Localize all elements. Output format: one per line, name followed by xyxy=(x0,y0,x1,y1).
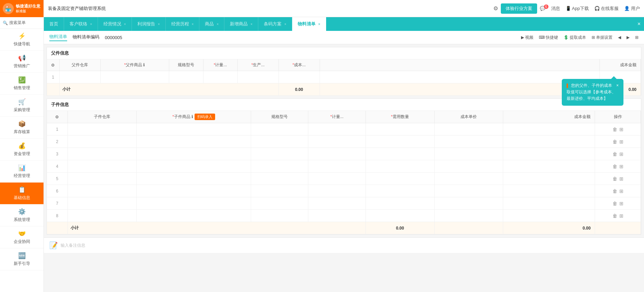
trial-button[interactable]: 体验行业方案 xyxy=(501,3,537,14)
child-spec-cell[interactable] xyxy=(251,136,308,148)
nav-tab-profit[interactable]: 利润报告× xyxy=(132,17,166,31)
copy-icon[interactable]: ⊞ xyxy=(619,139,623,144)
parent-goods-cell[interactable] xyxy=(100,71,169,83)
child-goods-cell[interactable] xyxy=(136,123,251,136)
child-warehouse-cell[interactable] xyxy=(67,197,136,210)
child-warehouse-cell[interactable] xyxy=(67,136,136,148)
nav-tab-bom[interactable]: 物料清单× xyxy=(292,17,326,31)
nav-tab-home[interactable]: 首页 xyxy=(44,17,64,31)
child-unit-cost-cell[interactable] xyxy=(434,148,503,160)
child-qty-cell[interactable] xyxy=(366,173,434,185)
nav-tab-close-barcode[interactable]: × xyxy=(284,22,286,26)
nav-tab-operations[interactable]: 经营情况× xyxy=(98,17,132,31)
sidebar-item-marketing[interactable]: 📢营销推广 xyxy=(0,51,44,73)
child-spec-cell[interactable] xyxy=(251,173,308,185)
nav-tab-close-bom[interactable]: × xyxy=(318,22,320,26)
user-action[interactable]: 👤 用户 xyxy=(624,5,640,12)
child-qty-cell[interactable] xyxy=(366,210,434,222)
delete-icon[interactable]: 🗑 xyxy=(612,139,617,144)
tab-bom-list[interactable]: 物料清单 xyxy=(49,34,67,41)
parent-cost-cell[interactable] xyxy=(278,71,320,83)
sidebar-item-purchase[interactable]: 🛒采购管理 xyxy=(0,95,44,117)
copy-icon[interactable]: ⊞ xyxy=(619,151,623,157)
nav-tab-customers[interactable]: 客户联络× xyxy=(64,17,98,31)
gear-icon[interactable]: ⚙ xyxy=(493,5,498,12)
child-qty-cell[interactable] xyxy=(366,123,434,136)
delete-icon[interactable]: 🗑 xyxy=(612,176,617,182)
parent-warehouse-cell[interactable] xyxy=(59,71,100,83)
delete-icon[interactable]: 🗑 xyxy=(612,213,617,219)
child-unit-cell[interactable] xyxy=(308,123,366,136)
child-unit-cost-cell[interactable] xyxy=(434,136,503,148)
shortcut-action[interactable]: ⌨ 快捷键 xyxy=(539,35,558,40)
close-all-tabs[interactable]: × xyxy=(634,21,644,27)
nav-tab-close-operations[interactable]: × xyxy=(124,22,126,26)
copy-icon[interactable]: ⊞ xyxy=(619,201,623,206)
copy-icon[interactable]: ⊞ xyxy=(619,176,623,182)
child-goods-cell[interactable] xyxy=(136,173,251,185)
child-unit-cell[interactable] xyxy=(308,136,366,148)
child-qty-cell[interactable] xyxy=(366,185,434,197)
search-menu[interactable]: 🔍 搜索菜单 xyxy=(0,17,44,29)
child-unit-cost-cell[interactable] xyxy=(434,160,503,173)
delete-icon[interactable]: 🗑 xyxy=(612,188,617,194)
nav-next[interactable]: ▶ xyxy=(627,35,630,40)
child-warehouse-cell[interactable] xyxy=(67,173,136,185)
nav-tab-close-new-goods[interactable]: × xyxy=(250,22,252,26)
nav-tab-history[interactable]: 经营历程× xyxy=(166,17,200,31)
child-unit-cell[interactable] xyxy=(308,160,366,173)
online-service-action[interactable]: 🎧 在线客服 xyxy=(594,5,619,12)
child-spec-cell[interactable] xyxy=(251,123,308,136)
scan-input-button[interactable]: 扫码录入 xyxy=(195,114,215,120)
tab-bom-code[interactable]: 物料清单编码 xyxy=(73,34,99,41)
child-warehouse-cell[interactable] xyxy=(67,210,136,222)
nav-tab-close-goods[interactable]: × xyxy=(216,22,219,26)
child-unit-cell[interactable] xyxy=(308,173,366,185)
child-qty-cell[interactable] xyxy=(366,136,434,148)
child-unit-cost-cell[interactable] xyxy=(434,173,503,185)
child-goods-cell[interactable] xyxy=(136,185,251,197)
child-qty-cell[interactable] xyxy=(366,148,434,160)
nav-tab-close-customers[interactable]: × xyxy=(90,22,92,26)
delete-icon[interactable]: 🗑 xyxy=(612,127,617,132)
parent-unit-cell[interactable] xyxy=(203,71,237,83)
child-warehouse-cell[interactable] xyxy=(67,148,136,160)
copy-icon[interactable]: ⊞ xyxy=(619,164,623,169)
sidebar-item-guide[interactable]: 🆕新手引导 xyxy=(0,248,44,270)
child-warehouse-cell[interactable] xyxy=(67,160,136,173)
nav-tab-close-profit[interactable]: × xyxy=(158,22,160,26)
sidebar-item-system[interactable]: ⚙️系统管理 xyxy=(0,205,44,226)
sidebar-item-basic-info[interactable]: 📋基础信息 xyxy=(0,183,44,205)
sidebar-item-inventory[interactable]: 📦库存核算 xyxy=(0,117,44,139)
child-qty-cell[interactable] xyxy=(366,160,434,173)
th-gear-parent[interactable]: ⚙ xyxy=(47,59,59,71)
child-qty-cell[interactable] xyxy=(366,197,434,210)
copy-icon[interactable]: ⊞ xyxy=(619,213,623,219)
nav-prev[interactable]: ◀ xyxy=(618,35,621,40)
child-warehouse-cell[interactable] xyxy=(67,123,136,136)
child-spec-cell[interactable] xyxy=(251,210,308,222)
child-goods-cell[interactable] xyxy=(136,136,251,148)
child-spec-cell[interactable] xyxy=(251,148,308,160)
tooltip-close[interactable]: × xyxy=(616,82,619,89)
sidebar-item-quick-nav[interactable]: ⚡快捷导航 xyxy=(0,29,44,51)
delete-icon[interactable]: 🗑 xyxy=(612,164,617,169)
delete-icon[interactable]: 🗑 xyxy=(612,151,617,157)
child-spec-cell[interactable] xyxy=(251,160,308,173)
sidebar-item-operations[interactable]: 📊经营管理 xyxy=(0,161,44,183)
child-unit-cell[interactable] xyxy=(308,148,366,160)
child-spec-cell[interactable] xyxy=(251,185,308,197)
sidebar-item-sales[interactable]: 💹销售管理 xyxy=(0,73,44,95)
child-unit-cell[interactable] xyxy=(308,210,366,222)
nav-tab-goods[interactable]: 商品× xyxy=(199,17,224,31)
copy-icon[interactable]: ⊞ xyxy=(619,127,623,132)
child-unit-cost-cell[interactable] xyxy=(434,210,503,222)
th-gear-child[interactable]: ⚙ xyxy=(47,111,67,123)
child-goods-cell[interactable] xyxy=(136,160,251,173)
sidebar-item-collab[interactable]: 🤝企业协同 xyxy=(0,226,44,248)
nav-tab-barcode[interactable]: 条码方案× xyxy=(258,17,292,31)
child-unit-cost-cell[interactable] xyxy=(434,197,503,210)
child-unit-cost-cell[interactable] xyxy=(434,185,503,197)
parent-spec-cell[interactable] xyxy=(169,71,203,83)
copy-icon[interactable]: ⊞ xyxy=(619,188,623,194)
